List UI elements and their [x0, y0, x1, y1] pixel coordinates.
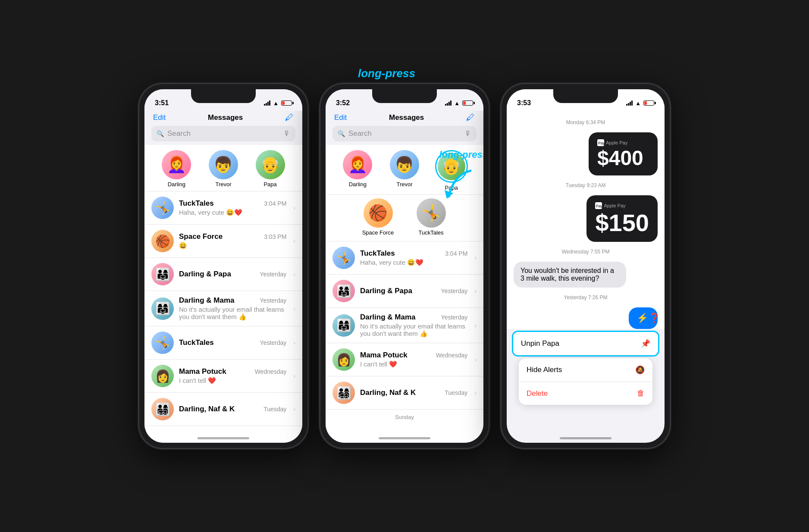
- msg-content-spaceforce-1: Space Force 3:03 PM 😄: [179, 232, 286, 250]
- msg-name-darlingpapa-1: Darling & Papa: [179, 270, 231, 279]
- unpin-papa-label: Unpin Papa: [521, 339, 559, 348]
- pinned-trevor-1[interactable]: 👦 Trevor: [206, 150, 241, 188]
- avatar-darling-2: 👩‍🦰: [343, 150, 372, 179]
- message-item-darlingmama-1[interactable]: 👩‍👩‍👧 Darling & Mama Yesterday No it's a…: [144, 291, 302, 326]
- avatar-label-spaceforce-2: Space Force: [362, 229, 394, 236]
- message-item-tucktales-1[interactable]: 🤸 TuckTales 3:04 PM Haha, very cute 😄❤️ …: [144, 191, 302, 225]
- msg-avatar-mamapotuck-1: 👩: [151, 365, 174, 387]
- pinned-spaceforce-2[interactable]: 🏀 Space Force: [361, 198, 395, 236]
- timestamp-tuesday: Tuesday 9:23 AM: [514, 182, 658, 188]
- msg-avatar-tucktales-1: 🤸: [151, 197, 174, 219]
- pinned-darling-2[interactable]: 👩‍🦰 Darling: [340, 150, 375, 191]
- pinned-tucktales-2[interactable]: 🤸 TuckTales: [414, 198, 448, 236]
- message-item-tucktales2-1[interactable]: 🤸 TuckTales Yesterday ›: [144, 326, 302, 360]
- hide-alerts-action[interactable]: Hide Alerts 🔕: [519, 358, 652, 382]
- chevron-darlingmama-1: ›: [293, 305, 295, 312]
- search-placeholder-2: Search: [348, 129, 461, 138]
- time-2: 3:52: [336, 99, 350, 107]
- chevron-mamapotuck-1: ›: [293, 372, 295, 379]
- notch-3: [553, 89, 618, 103]
- chevron-spaceforce-1: ›: [293, 238, 295, 244]
- msg-time-mp-2: Wednesday: [436, 352, 468, 359]
- msg-time-tucktales2-1: Yesterday: [260, 339, 287, 346]
- search-bar-1[interactable]: 🔍 Search 🎙: [151, 126, 295, 141]
- message-item-dnk-2[interactable]: 👨‍👩‍👧‍👦 Darling, Naf & K Tuesday ›: [326, 376, 483, 410]
- compose-button-2[interactable]: 🖊: [466, 113, 475, 122]
- delete-label: Delete: [527, 389, 548, 398]
- msg-preview-dm-2: No it's actually your email that learns …: [360, 322, 467, 338]
- message-item-dm-2[interactable]: 👩‍👩‍👧 Darling & Mama Yesterday No it's a…: [326, 308, 483, 343]
- avatar-label-papa-1: Papa: [263, 181, 276, 188]
- msg-avatar-dp-2: 👨‍👩‍👧: [332, 280, 355, 302]
- bubble-150: Pay Apple Pay $150: [586, 195, 658, 242]
- message-item-spaceforce-1[interactable]: 🏀 Space Force 3:03 PM 😄 ›: [144, 225, 302, 258]
- pinned-trevor-2[interactable]: 👦 Trevor: [387, 150, 422, 191]
- msg-time-tt-2: 3:04 PM: [445, 250, 467, 257]
- msg-preview-tucktales-1: Haha, very cute 😄❤️: [179, 209, 286, 216]
- msg-name-tucktales-1: TuckTales: [179, 199, 214, 208]
- compose-button-1[interactable]: 🖊: [285, 113, 294, 122]
- avatar-label-trevor-1: Trevor: [215, 181, 231, 188]
- message-item-mamapotuck-1[interactable]: 👩 Mama Potuck Wednesday I can't tell ❤️ …: [144, 360, 302, 393]
- msg-time-dm-2: Yesterday: [441, 314, 468, 321]
- mic-icon-1[interactable]: 🎙: [283, 130, 290, 138]
- apple-pay-badge-150: Pay Apple Pay: [595, 202, 649, 209]
- signal-icon-1: [264, 100, 270, 106]
- bottom-time-2: Sunday: [326, 410, 483, 425]
- nav-bar-1: Edit Messages 🖊: [144, 111, 302, 126]
- chevron-darlingpapa-1: ›: [293, 271, 295, 278]
- msg-content-darlingpapa-1: Darling & Papa Yesterday: [179, 270, 286, 279]
- msg-time-darlingnafk-1: Tuesday: [263, 406, 286, 413]
- bubble-150-container: Pay Apple Pay $150: [514, 195, 658, 242]
- message-list-1: 🤸 TuckTales 3:04 PM Haha, very cute 😄❤️ …: [144, 191, 302, 443]
- message-item-dp-2[interactable]: 👨‍👩‍👧 Darling & Papa Yesterday ›: [326, 275, 483, 308]
- status-icons-3: ▲: [626, 100, 654, 106]
- msg-name-tt-2: TuckTales: [360, 249, 395, 258]
- edit-button-1[interactable]: Edit: [153, 113, 166, 122]
- long-press-arrow: [440, 166, 475, 201]
- msg-time-mamapotuck-1: Wednesday: [255, 368, 287, 375]
- msg-name-dnk-2: Darling, Naf & K: [360, 388, 416, 397]
- msg-name-spaceforce-1: Space Force: [179, 232, 223, 241]
- msg-name-tucktales2-1: TuckTales: [179, 338, 214, 347]
- phone-3-screen: 3:53 ▲ Monday 6:34 PM: [507, 89, 665, 443]
- nav-title-2: Messages: [389, 113, 424, 122]
- message-item-darlingnafk-1[interactable]: 👨‍👩‍👧‍👦 Darling, Naf & K Tuesday ›: [144, 393, 302, 426]
- payment-amount-400: $400: [597, 148, 649, 169]
- phone-1-screen: 3:51 ▲ Edit Messages: [144, 89, 302, 443]
- message-item-darlingpapa-1[interactable]: 👨‍👩‍👧 Darling & Papa Yesterday ›: [144, 258, 302, 291]
- search-icon-2: 🔍: [338, 130, 345, 137]
- msg-preview-tt-2: Haha, very cute 😄❤️: [360, 259, 467, 266]
- msg-name-dm-2: Darling & Mama: [360, 313, 415, 322]
- timestamp-monday: Monday 6:34 PM: [514, 119, 658, 125]
- avatar-label-tucktales-2: TuckTales: [418, 229, 443, 236]
- message-item-tucktales-2[interactable]: 🤸 TuckTales 3:04 PM Haha, very cute 😄❤️ …: [326, 241, 483, 275]
- bubble-400: Pay Apple Pay $400: [589, 132, 658, 175]
- action-sheet-wrapper: Unpin Papa 📌 Hide Alerts 🔕 Delete 🗑: [507, 329, 665, 443]
- message-item-mp-2[interactable]: 👩 Mama Potuck Wednesday I can't tell ❤️ …: [326, 343, 483, 376]
- search-bar-2[interactable]: 🔍 Search 🎙: [332, 126, 477, 141]
- avatar-trevor-2: 👦: [390, 150, 419, 179]
- msg-preview-mp-2: I can't tell ❤️: [360, 360, 467, 368]
- pinned-darling-1[interactable]: 👩‍🦰 Darling: [159, 150, 194, 188]
- msg-preview-mamapotuck-1: I can't tell ❤️: [179, 377, 286, 385]
- chevron-tucktales2-1: ›: [293, 339, 295, 346]
- unpin-papa-action[interactable]: Unpin Papa 📌: [513, 332, 658, 355]
- mic-icon-2[interactable]: 🎙: [464, 130, 471, 138]
- pinned-section-1: 👩‍🦰 Darling 👦 Trevor 👴 Papa: [144, 145, 302, 191]
- avatar-spaceforce-2: 🏀: [364, 198, 393, 228]
- msg-avatar-mp-2: 👩: [332, 348, 355, 371]
- msg-avatar-spaceforce-1: 🏀: [151, 230, 174, 252]
- phone-3: 3:53 ▲ Monday 6:34 PM: [502, 84, 670, 448]
- pinned-papa-1[interactable]: 👴 Papa: [253, 150, 288, 188]
- msg-time-dp-2: Yesterday: [441, 288, 468, 294]
- search-placeholder-1: Search: [167, 129, 280, 138]
- msg-avatar-dnk-2: 👨‍👩‍👧‍👦: [332, 382, 355, 404]
- hide-alerts-label: Hide Alerts: [527, 366, 562, 374]
- delete-action[interactable]: Delete 🗑: [519, 382, 652, 405]
- edit-button-2[interactable]: Edit: [334, 113, 347, 122]
- avatar-darling-1: 👩‍🦰: [162, 150, 191, 179]
- phone-2-screen: 3:52 ▲ Edit Messages: [326, 89, 483, 443]
- msg-time-tucktales-1: 3:04 PM: [264, 200, 286, 207]
- signal-icon-2: [445, 100, 452, 106]
